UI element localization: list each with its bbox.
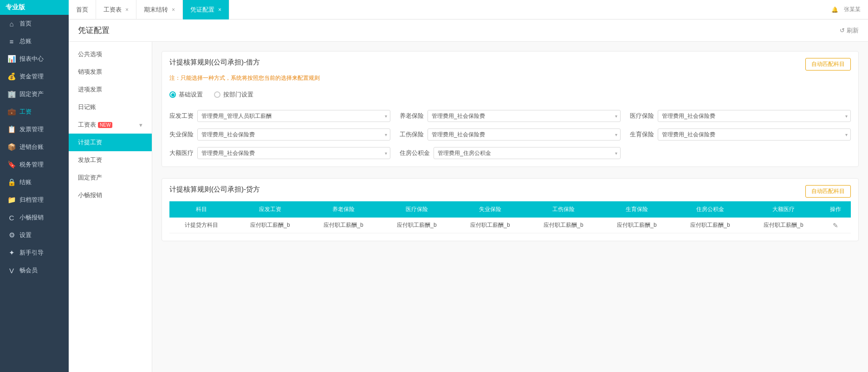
form-select-yanglao[interactable]: 管理费用_社会保险费 (428, 110, 621, 122)
form-item-yiliao: 医疗保险 管理费用_社会保险费 ▾ (630, 110, 851, 122)
sidebar-item-closing[interactable]: 🔒 结账 (0, 173, 69, 191)
archive-icon: 📁 (7, 196, 16, 204)
form-select-shiye-wrapper: 管理费用_社会保险费 ▾ (197, 128, 390, 141)
left-nav-fixed-assets[interactable]: 固定资产 (69, 169, 152, 186)
sidebar-item-salary[interactable]: 💼 工资 (0, 103, 69, 121)
sidebar-item-tax[interactable]: 🔖 税务管理 (0, 156, 69, 173)
form-select-dayiliao[interactable]: 管理费用_社会保险费 (197, 147, 390, 159)
radio-dept[interactable]: 按部门设置 (214, 90, 253, 99)
ledger-icon: ≡ (7, 38, 16, 45)
main-area: 首页 工资表 × 期末结转 × 凭证配置 × 🔔 张某某 凭证配置 ↺ 刷新 (69, 0, 868, 372)
debit-auto-match-button[interactable]: 自动匹配科目 (805, 58, 851, 71)
salary-icon: 💼 (7, 108, 16, 116)
form-label-yanglao: 养老保险 (400, 112, 424, 120)
td-yanglao: 应付职工薪酬_b (307, 218, 380, 233)
left-nav-journal[interactable]: 日记账 (69, 98, 152, 116)
form-select-yanglao-wrapper: 管理费用_社会保险费 ▾ (428, 110, 621, 122)
th-gongshang: 工伤保险 (527, 201, 600, 218)
topbar-right: 🔔 张某某 (831, 6, 868, 13)
form-select-gongjijin-wrapper: 管理费用_住房公积金 ▾ (434, 147, 621, 159)
left-nav-purchase-invoice[interactable]: 进项发票 (69, 81, 152, 98)
form-select-gongjijin[interactable]: 管理费用_住房公积金 (434, 147, 621, 159)
td-dayiliao: 应付职工薪酬_b (747, 218, 820, 233)
debit-section-header: 计提核算规则(公司承担)-借方 自动匹配科目 (162, 51, 858, 74)
left-nav: 公共选项 销项发票 进项发票 日记账 工资表 NEW ▾ 计提工资 发放工资 (69, 42, 152, 372)
left-nav-pay-wage[interactable]: 发放工资 (69, 151, 152, 169)
tab-voucher-config-close[interactable]: × (218, 6, 221, 13)
radio-basic-circle (169, 91, 176, 98)
credit-section-title: 计提核算规则(公司承担)-贷方 (169, 185, 260, 194)
sidebar-item-inventory[interactable]: 📦 进销台账 (0, 138, 69, 156)
sidebar-item-reports[interactable]: 📊 报表中心 (0, 50, 69, 68)
th-action: 操作 (820, 201, 851, 218)
edit-icon[interactable]: ✎ (833, 222, 838, 229)
inventory-icon: 📦 (7, 143, 16, 151)
sidebar-item-invoice[interactable]: 📋 发票管理 (0, 121, 69, 138)
form-label-dayiliao: 大额医疗 (169, 149, 194, 157)
form-select-yingfa[interactable]: 管理费用_管理人员职工薪酬 (197, 110, 390, 122)
tab-payroll[interactable]: 工资表 × (96, 0, 136, 19)
page-header: 凭证配置 ↺ 刷新 (69, 19, 868, 42)
form-select-shengyu[interactable]: 管理费用_社会保险费 (658, 128, 851, 141)
td-action[interactable]: ✎ (820, 218, 851, 233)
debit-notice: 注：只能选择一种方式，系统将按照您当前的选择来配置规则 (162, 74, 858, 87)
tab-payroll-close[interactable]: × (125, 6, 129, 13)
user-name: 张某某 (844, 6, 861, 13)
form-item-gongjijin: 住房公积金 管理费用_住房公积金 ▾ (400, 147, 621, 159)
td-subject: 计提贷方科目 (169, 218, 233, 233)
radio-group: 基础设置 按部门设置 (162, 87, 858, 106)
left-nav-sales-invoice[interactable]: 销项发票 (69, 63, 152, 81)
form-select-gongshang[interactable]: 管理费用_社会保险费 (428, 128, 621, 141)
form-item-yingfa: 应发工资 管理费用_管理人员职工薪酬 ▾ (169, 110, 390, 122)
settings-icon: ⚙ (7, 231, 16, 239)
th-shiye: 失业保险 (453, 201, 527, 218)
sidebar-item-assets[interactable]: 🏢 固定资产 (0, 85, 69, 103)
td-gongjijin: 应付职工薪酬_b (674, 218, 747, 233)
content-area: 公共选项 销项发票 进项发票 日记账 工资表 NEW ▾ 计提工资 发放工资 (69, 42, 868, 372)
tab-period-close[interactable]: 期末结转 × (136, 0, 183, 19)
tab-period-close-close[interactable]: × (172, 6, 175, 13)
th-yingfa: 应发工资 (233, 201, 307, 218)
sidebar-item-guide[interactable]: ✦ 新手引导 (0, 244, 69, 262)
refresh-button[interactable]: ↺ 刷新 (840, 26, 859, 35)
sidebar-item-xiaochang[interactable]: C 小畅报销 (0, 209, 69, 226)
td-gongshang: 应付职工薪酬_b (527, 218, 600, 233)
th-yiliao: 医疗保险 (380, 201, 453, 218)
sidebar-item-member[interactable]: V 畅会员 (0, 262, 69, 279)
td-shengyu: 应付职工薪酬_b (600, 218, 674, 233)
th-subject: 科目 (169, 201, 233, 218)
radio-basic[interactable]: 基础设置 (169, 90, 203, 99)
sidebar-item-finance[interactable]: 💰 资金管理 (0, 68, 69, 85)
form-label-shiye: 失业保险 (169, 130, 194, 139)
left-nav-payroll-table[interactable]: 工资表 NEW ▾ (69, 116, 152, 134)
sidebar-item-settings[interactable]: ⚙ 设置 (0, 226, 69, 244)
finance-icon: 💰 (7, 72, 16, 81)
form-label-yiliao: 医疗保险 (630, 112, 654, 120)
tab-home[interactable]: 首页 (69, 0, 96, 19)
form-select-yiliao[interactable]: 管理费用_社会保险费 (658, 110, 851, 122)
form-item-shiye: 失业保险 管理费用_社会保险费 ▾ (169, 128, 390, 141)
user-area: 🔔 (831, 6, 838, 13)
th-gongjijin: 住房公积金 (674, 201, 747, 218)
td-shiye: 应付职工薪酬_b (453, 218, 527, 233)
app-name: 专业版 (0, 0, 69, 15)
th-shengyu: 生育保险 (600, 201, 674, 218)
refresh-icon: ↺ (840, 27, 845, 34)
form-select-shiye[interactable]: 管理费用_社会保险费 (197, 128, 390, 141)
sidebar: 专业版 ⌂ 首页 ≡ 总账 📊 报表中心 💰 资金管理 🏢 固定资产 💼 工资 … (0, 0, 69, 372)
left-nav-calc-wage[interactable]: 计提工资 (69, 134, 152, 151)
right-content: 计提核算规则(公司承担)-借方 自动匹配科目 注：只能选择一种方式，系统将按照您… (152, 42, 868, 372)
form-item-yanglao: 养老保险 管理费用_社会保险费 ▾ (400, 110, 621, 122)
credit-auto-match-button[interactable]: 自动匹配科目 (805, 185, 851, 198)
tab-voucher-config[interactable]: 凭证配置 × (183, 0, 229, 19)
sidebar-item-home[interactable]: ⌂ 首页 (0, 15, 69, 32)
form-select-yiliao-wrapper: 管理费用_社会保险费 ▾ (658, 110, 851, 122)
left-nav-public-options[interactable]: 公共选项 (69, 45, 152, 63)
left-nav-petty-cash[interactable]: 小畅报销 (69, 186, 152, 204)
form-item-shengyu: 生育保险 管理费用_社会保险费 ▾ (630, 128, 851, 141)
debit-section-title: 计提核算规则(公司承担)-借方 (169, 58, 260, 67)
form-label-gongjijin: 住房公积金 (400, 149, 430, 157)
sidebar-item-ledger[interactable]: ≡ 总账 (0, 32, 69, 50)
th-yanglao: 养老保险 (307, 201, 380, 218)
sidebar-item-archive[interactable]: 📁 归档管理 (0, 191, 69, 209)
